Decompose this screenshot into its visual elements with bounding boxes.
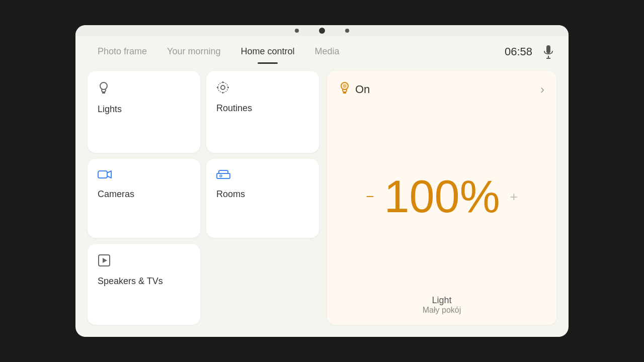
svg-point-19 (343, 84, 347, 88)
camera-dot-right (345, 29, 349, 33)
svg-marker-17 (103, 258, 107, 263)
cameras-card[interactable]: Cameras (88, 159, 200, 238)
routines-card[interactable]: Routines (206, 71, 319, 153)
lights-label: Lights (98, 104, 190, 115)
bulb-on-icon (339, 81, 350, 98)
light-status: On (339, 81, 370, 98)
camera-dot-center (319, 28, 325, 34)
device-room: Mały pokój (339, 306, 544, 315)
camera-bar (75, 25, 569, 36)
brightness-value: 100% (384, 174, 500, 219)
svg-point-7 (221, 85, 225, 89)
device-name: Light (339, 295, 544, 306)
on-status-text: On (355, 83, 370, 96)
routines-label: Routines (216, 103, 309, 114)
tab-media[interactable]: Media (305, 40, 350, 63)
camera-dot-left (295, 29, 299, 33)
svg-rect-13 (98, 171, 107, 178)
tab-photo-frame[interactable]: Photo frame (88, 40, 157, 63)
brightness-display: − 100% + (339, 98, 544, 295)
brightness-increase-button[interactable]: + (510, 189, 518, 205)
svg-rect-14 (217, 173, 230, 178)
panel-footer: Light Mały pokój (339, 295, 544, 315)
tab-home-control[interactable]: Home control (230, 40, 304, 63)
cameras-icon (98, 169, 190, 183)
svg-point-3 (100, 82, 107, 89)
svg-point-15 (220, 175, 222, 177)
svg-point-8 (218, 82, 228, 93)
speakers-tvs-card[interactable]: Speakers & TVs (88, 244, 200, 325)
grid-panel: Lights Routines (88, 71, 319, 325)
brightness-decrease-button[interactable]: − (366, 189, 374, 205)
main-content: Lights Routines (75, 63, 569, 337)
mic-icon[interactable] (540, 44, 556, 60)
speakers-tvs-label: Speakers & TVs (98, 276, 190, 287)
panel-header: On › (339, 81, 544, 98)
speakers-tvs-icon (98, 254, 190, 270)
clock-display: 06:58 (505, 45, 532, 58)
lights-card[interactable]: Lights (88, 71, 200, 153)
light-control-panel: On › − 100% + Light Mały pokój (327, 71, 556, 325)
expand-icon[interactable]: › (540, 82, 544, 97)
rooms-card[interactable]: Rooms (206, 159, 319, 238)
lights-icon (98, 81, 190, 98)
rooms-label: Rooms (216, 189, 309, 200)
routines-icon (216, 81, 309, 97)
device-frame: Photo frame Your morning Home control Me… (75, 25, 569, 337)
nav-bar: Photo frame Your morning Home control Me… (75, 36, 569, 63)
cameras-label: Cameras (98, 189, 190, 200)
tab-your-morning[interactable]: Your morning (157, 40, 230, 63)
svg-rect-0 (546, 45, 550, 53)
rooms-icon (216, 169, 309, 183)
